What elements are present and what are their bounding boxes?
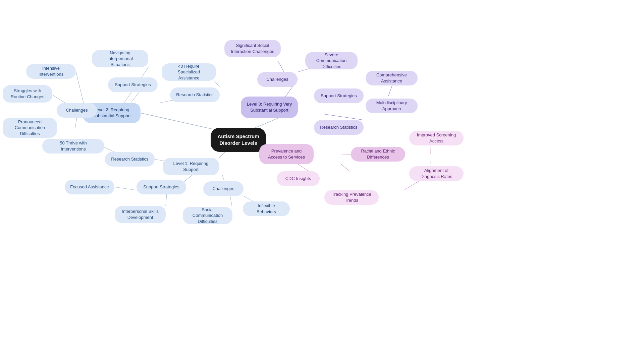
svg-line-29 [341, 164, 350, 171]
prev-cdc-node[interactable]: CDC Insights [277, 171, 320, 186]
l3-support-node[interactable]: Support Strategies [314, 88, 364, 103]
svg-line-10 [230, 196, 232, 207]
svg-line-9 [166, 194, 167, 206]
center-node[interactable]: Autism Spectrum Disorder Levels [211, 128, 266, 152]
svg-line-24 [278, 61, 284, 72]
l2-intensive-node[interactable]: Intensive Interventions [26, 64, 76, 79]
l1-focused-node[interactable]: Focused Assistance [65, 180, 114, 194]
l2-pronounced-node[interactable]: Pronounced Communication Difficulties [3, 118, 57, 138]
l2-support-node[interactable]: Support Strategies [108, 77, 158, 92]
l3-comprehensive-node[interactable]: Comprehensive Assistance [366, 71, 418, 85]
l1-inflexible-node[interactable]: Inflexible Behaviors [243, 201, 290, 216]
level1-node[interactable]: Level 1: Requiring Support [163, 158, 219, 175]
prev-alignment-node[interactable]: Alignment of Diagnosis Rates [409, 166, 464, 181]
l3-challenges-node[interactable]: Challenges [257, 72, 298, 87]
svg-line-6 [222, 174, 224, 181]
l3-severe-node[interactable]: Severe Communication Difficulties [305, 52, 358, 69]
prev-tracking-node[interactable]: Tracking Prevalence Trends [324, 190, 379, 205]
l1-thrive-node[interactable]: 50 Thrive with Interventions [42, 139, 104, 154]
l1-support-node[interactable]: Support Strategies [137, 180, 186, 194]
svg-line-18 [75, 118, 77, 128]
svg-line-23 [323, 114, 364, 120]
prev-racial-node[interactable]: Racial and Ethnic Differences [351, 147, 405, 162]
l3-multidisciplinary-node[interactable]: Multidisciplinary Approach [366, 99, 418, 113]
l1-research-node[interactable]: Research Statistics [105, 152, 155, 167]
svg-line-20 [214, 81, 220, 87]
l2-challenges-node[interactable]: Challenges [57, 103, 97, 118]
l1-interpersonal-node[interactable]: Interpersonal Skills Development [115, 206, 166, 223]
l2-struggles-node[interactable]: Struggles with Routine Changes [3, 85, 52, 103]
l3-research-node[interactable]: Research Statistics [314, 120, 364, 135]
l1-social-comm-node[interactable]: Social Communication Difficulties [183, 207, 232, 224]
l2-specialized-node[interactable]: 40 Require Specialized Assistance [162, 63, 216, 81]
level3-node[interactable]: Level 3: Requiring Very Substantial Supp… [241, 97, 298, 118]
l3-significant-node[interactable]: Significant Social Interaction Challenge… [224, 40, 281, 57]
prevalence-node[interactable]: Prevalence and Access to Services [259, 144, 314, 164]
l1-challenges-node[interactable]: Challenges [203, 181, 244, 196]
l2-nav-node[interactable]: Navigating Interpersonal Situations [92, 50, 148, 67]
l2-research-node[interactable]: Research Statistics [170, 87, 220, 102]
prev-improved-node[interactable]: Improved Screening Access [409, 131, 464, 145]
svg-line-16 [76, 71, 84, 103]
svg-line-32 [431, 162, 431, 166]
